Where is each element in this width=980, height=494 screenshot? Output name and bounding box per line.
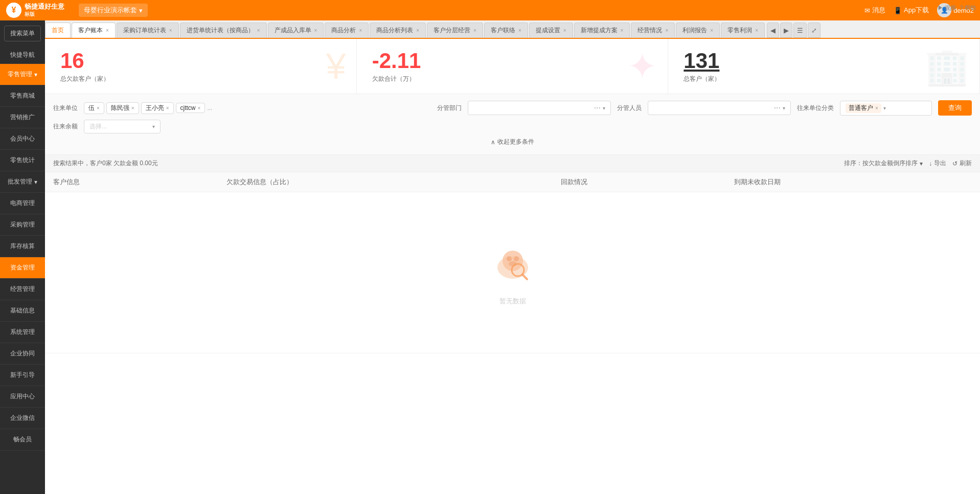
tag-wang-close[interactable]: × [166, 105, 169, 111]
tab-nav-prev[interactable]: ◀ [767, 23, 779, 38]
filter-tag-chen: 陈民强 × [106, 102, 139, 114]
query-button[interactable]: 查询 [938, 100, 972, 116]
tab-goods-analysis[interactable]: 商品分析 × [325, 23, 369, 38]
tab-commission-settings[interactable]: 提成设置 × [529, 23, 573, 38]
stats-bar: ¥ 16 总欠款客户（家） ✦ -2.11 欠款合计（万） 🏢 131 总 [45, 39, 980, 94]
sidebar-item-member[interactable]: 会员中心 [0, 128, 45, 150]
logo-sub: 标版 [25, 11, 64, 18]
sidebar-label-ecommerce: 电商管理 [10, 199, 35, 207]
debt-bg-icon: ✦ [627, 46, 657, 87]
tab-close-product-in[interactable]: × [314, 28, 317, 33]
tab-profit-report[interactable]: 利润报告 × [676, 23, 720, 38]
export-button[interactable]: ↓ 导出 [929, 159, 946, 168]
stat-number-customers: 16 [60, 49, 84, 73]
sidebar-item-app-center[interactable]: 应用中心 [0, 386, 45, 408]
tab-close-add-commission[interactable]: × [621, 28, 624, 33]
sidebar-label-basic-info: 基础信息 [10, 307, 35, 314]
sidebar-item-basic-info[interactable]: 基础信息 [0, 300, 45, 322]
stat-label-debt: 欠款合计（万） [372, 75, 415, 83]
tab-close-purchase-goods[interactable]: × [257, 28, 260, 33]
tab-close-customer-ledger[interactable]: × [106, 28, 109, 33]
sidebar-item-system[interactable]: 系统管理 [0, 322, 45, 343]
tab-customer-layer[interactable]: 客户分层经营 × [427, 23, 483, 38]
empty-row: 暂无数据 [45, 192, 980, 353]
filter-more-tags[interactable]: ... [207, 104, 212, 111]
sidebar-item-enterprise[interactable]: 企业协同 [0, 343, 45, 365]
collapse-filter-btn[interactable]: ∧ 收起更多条件 [53, 138, 972, 146]
person-chevron-icon: ▾ [783, 105, 785, 111]
message-btn[interactable]: ✉ 消息 [864, 6, 885, 15]
stat-label-customers: 总欠款客户（家） [60, 75, 109, 83]
dept-more-btn[interactable]: ··· [594, 103, 601, 113]
balance-filter-label: 往来余额 [53, 122, 78, 131]
sidebar-label-retail-stats: 零售统计 [10, 156, 35, 164]
tab-close-business-status[interactable]: × [665, 28, 668, 33]
data-table: 客户信息 欠款交易信息（占比） 回款情况 到期未收款日期 [45, 172, 980, 353]
sidebar-item-guide[interactable]: 新手引导 [0, 365, 45, 386]
category-tag: 普通客户 × [846, 103, 881, 113]
sidebar-item-business[interactable]: 经营管理 [0, 279, 45, 300]
tab-purchase-stats[interactable]: 采购订单统计表 × [117, 23, 179, 38]
sidebar-item-wechat-work[interactable]: 企业微信 [0, 408, 45, 429]
quick-nav-button[interactable]: 快捷导航 [0, 47, 45, 64]
sidebar-item-finance[interactable]: 资金管理 [0, 257, 45, 279]
dept-filter-select[interactable]: ··· ▾ [468, 101, 611, 115]
tab-close-goods-list[interactable]: × [416, 28, 419, 33]
app-download-btn[interactable]: 📱 App下载 [894, 6, 929, 15]
svg-point-2 [507, 256, 512, 261]
export-label: 导出 [934, 159, 946, 168]
tab-purchase-goods[interactable]: 进货单统计表（按商品） × [180, 23, 267, 38]
category-filter-select[interactable]: 普通客户 × ▾ [840, 101, 932, 116]
sidebar-item-retail-mall[interactable]: 零售商城 [0, 85, 45, 107]
sidebar-item-inventory[interactable]: 库存核算 [0, 236, 45, 257]
person-more-btn[interactable]: ··· [774, 103, 781, 113]
category-tag-close[interactable]: × [875, 105, 878, 111]
sort-select[interactable]: 排序：按欠款金额倒序排序 ▾ [844, 159, 923, 168]
refresh-button[interactable]: ↺ 刷新 [952, 159, 972, 168]
filter-tag-wu: 伍 × [84, 102, 104, 114]
tab-close-goods-analysis[interactable]: × [359, 28, 362, 33]
tab-customer-layer-label: 客户分层经营 [434, 26, 470, 35]
tab-home[interactable]: 首页 [45, 23, 71, 38]
tab-business-status[interactable]: 经营情况 × [631, 23, 675, 38]
tag-chen-close[interactable]: × [131, 105, 134, 111]
tab-nav-list[interactable]: ☰ [793, 23, 807, 38]
tab-close-commission-settings[interactable]: × [563, 28, 566, 33]
tag-cj-close[interactable]: × [198, 105, 201, 111]
tab-customer-ledger[interactable]: 客户账本 × [72, 23, 116, 38]
sidebar-label-finance: 资金管理 [10, 264, 35, 271]
sidebar-label-wholesale: 批发管理 [8, 177, 32, 186]
sidebar-item-wholesale[interactable]: 批发管理 ▾ [0, 171, 45, 193]
search-menu-button[interactable]: 搜索菜单 [4, 26, 41, 41]
tab-add-commission[interactable]: 新增提成方案 × [574, 23, 630, 38]
sidebar-item-purchase[interactable]: 采购管理 [0, 214, 45, 236]
balance-filter-select[interactable]: 选择... ▾ [84, 120, 161, 133]
sidebar-item-ecommerce[interactable]: 电商管理 [0, 193, 45, 214]
sort-label: 排序：按欠款金额倒序排序 [844, 159, 918, 168]
tab-close-customer-contact[interactable]: × [518, 28, 521, 33]
tab-close-customer-layer[interactable]: × [473, 28, 476, 33]
tab-close-retail-profit[interactable]: × [755, 28, 758, 33]
tab-goods-list[interactable]: 商品分析列表 × [370, 23, 426, 38]
sidebar-item-marketing[interactable]: 营销推广 [0, 107, 45, 128]
category-chevron-icon: ▾ [883, 105, 886, 111]
tab-close-profit-report[interactable]: × [710, 28, 713, 33]
tab-nav-next[interactable]: ▶ [780, 23, 792, 38]
workspace-selector[interactable]: 母婴行业演示帐套 ▾ [79, 4, 148, 17]
person-filter-select[interactable]: ··· ▾ [648, 101, 791, 115]
sort-chevron-icon: ▾ [920, 160, 923, 167]
sidebar-item-retail[interactable]: 零售管理 ▾ [0, 64, 45, 85]
result-bar: 搜索结果中，客户0家 欠款金额 0.00元 排序：按欠款金额倒序排序 ▾ ↓ 导… [45, 155, 980, 172]
tab-expand[interactable]: ⤢ [808, 23, 821, 38]
sidebar-item-retail-stats[interactable]: 零售统计 [0, 150, 45, 171]
tab-retail-profit[interactable]: 零售利润 × [721, 23, 765, 38]
empty-cell: 暂无数据 [45, 192, 980, 353]
tab-product-in[interactable]: 产成品入库单 × [268, 23, 324, 38]
sidebar-item-vip-member[interactable]: 畅会员 [0, 429, 45, 451]
tab-close-purchase-stats[interactable]: × [169, 28, 172, 33]
col-payment: 回款情况 [553, 172, 726, 192]
logo-icon: ¥ [6, 3, 21, 18]
tag-wu-close[interactable]: × [97, 105, 100, 111]
tab-customer-contact[interactable]: 客户联络 × [484, 23, 528, 38]
person-filter-label: 分管人员 [617, 104, 642, 113]
